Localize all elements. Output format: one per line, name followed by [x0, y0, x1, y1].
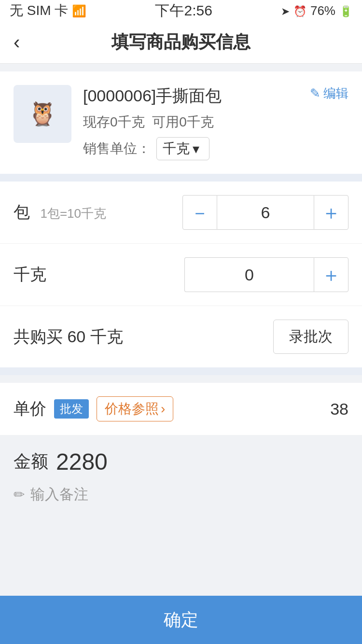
package-minus-button[interactable]: －: [182, 195, 217, 230]
kg-label: 千克: [14, 264, 184, 286]
nav-bar: ‹ 填写商品购买信息: [0, 21, 362, 64]
price-label: 单价: [14, 398, 46, 420]
price-left: 单价 批发 价格参照 ›: [14, 396, 173, 421]
amount-row: 金额 2280: [14, 448, 348, 475]
divider-2: [0, 367, 362, 375]
unit-select[interactable]: 千克 ▾: [156, 137, 209, 160]
package-hint: 1包=10千克: [40, 206, 106, 221]
kg-quantity-control: ＋: [184, 257, 348, 292]
price-ref-button[interactable]: 价格参照 ›: [97, 396, 173, 421]
batch-button[interactable]: 录批次: [273, 320, 348, 354]
input-section: 包 1包=10千克 － ＋ 千克 ＋: [0, 182, 362, 306]
battery-percent: 76%: [310, 3, 335, 18]
package-row: 包 1包=10千克 － ＋: [0, 182, 362, 244]
package-plus-button[interactable]: ＋: [314, 195, 348, 230]
status-right: 76%: [281, 3, 352, 18]
status-left: 无 SIM 卡: [10, 1, 86, 20]
remark-row[interactable]: ✏ 输入备注: [14, 485, 348, 514]
price-badge: 批发: [54, 399, 89, 419]
status-bar: 无 SIM 卡 下午2:56 76%: [0, 0, 362, 21]
divider-1: [0, 174, 362, 182]
package-quantity-control: － ＋: [182, 195, 348, 230]
package-label: 包 1包=10千克: [14, 201, 182, 224]
battery-icon: [339, 3, 352, 18]
edit-button[interactable]: ✎ 编辑: [310, 85, 348, 102]
edit-icon: ✎: [310, 86, 320, 101]
confirm-button[interactable]: 确定: [0, 596, 362, 644]
remark-placeholder: 输入备注: [30, 485, 88, 504]
package-quantity-input[interactable]: [217, 195, 314, 230]
price-section: 单价 批发 价格参照 › 38: [0, 383, 362, 435]
product-stock: 现存0千克 可用0千克: [83, 113, 348, 131]
amount-value: 2280: [56, 448, 108, 475]
product-image: 🦉: [14, 85, 71, 143]
kg-row: 千克 ＋: [0, 244, 362, 306]
chevron-down-icon: ▾: [193, 141, 199, 157]
total-text: 共购买 60 千克: [14, 326, 123, 348]
product-unit: 销售单位： 千克 ▾: [83, 137, 348, 160]
price-value: 38: [330, 400, 348, 419]
alarm-icon: [293, 3, 306, 18]
amount-label: 金额: [14, 450, 48, 474]
arrow-icon: ›: [161, 401, 165, 417]
back-button[interactable]: ‹: [14, 31, 20, 53]
product-logo: 🦉: [28, 100, 57, 127]
product-card: 🦉 [0000006]手撕面包 现存0千克 可用0千克 销售单位： 千克 ▾ ✎…: [0, 71, 362, 174]
product-name: [0000006]手撕面包: [83, 85, 348, 107]
page-title: 填写商品购买信息: [111, 30, 251, 54]
wifi-icon: [72, 3, 86, 18]
total-row: 共购买 60 千克 录批次: [0, 306, 362, 367]
amount-section: 金额 2280 ✏ 输入备注: [0, 435, 362, 514]
kg-quantity-input[interactable]: [184, 257, 314, 292]
product-info: [0000006]手撕面包 现存0千克 可用0千克 销售单位： 千克 ▾: [83, 85, 348, 160]
kg-plus-button[interactable]: ＋: [314, 257, 348, 292]
sim-label: 无 SIM 卡: [10, 1, 68, 20]
pencil-icon: ✏: [14, 487, 25, 503]
status-time: 下午2:56: [155, 1, 212, 21]
location-icon: [281, 3, 290, 18]
